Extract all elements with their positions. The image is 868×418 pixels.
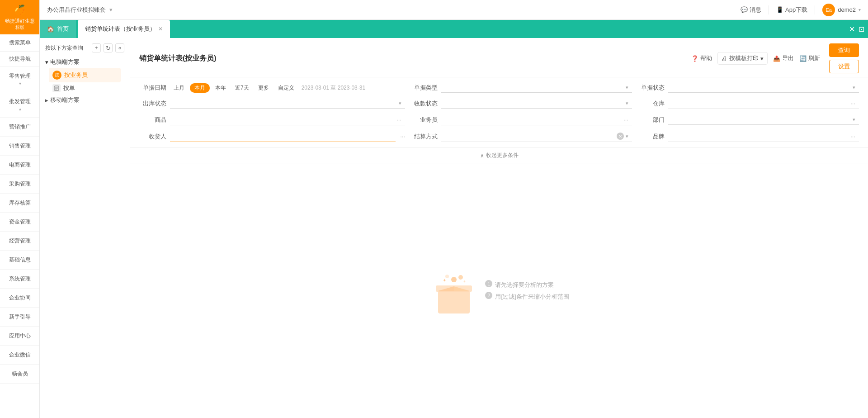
- sidebar-item-ecommerce[interactable]: 电商管理: [0, 156, 39, 175]
- payment-status-select[interactable]: ▾: [441, 99, 632, 109]
- home-icon: 🏠: [47, 26, 54, 33]
- brand-dots: ···: [850, 133, 855, 140]
- sidebar-item-operation[interactable]: 经营管理: [0, 232, 39, 251]
- refresh-button[interactable]: 🔄 刷新: [799, 54, 820, 62]
- scheme-item-by-salesperson[interactable]: 按 按业务员: [49, 68, 121, 82]
- filter-order-status-field: 单据状态 ▾: [637, 83, 859, 93]
- sidebar-item-appcenter[interactable]: 应用中心: [0, 327, 39, 346]
- username-label: demo2: [838, 6, 856, 13]
- sidebar-item-wholesale[interactable]: 批发管理 ▴: [0, 92, 39, 118]
- date-btn-prev-month[interactable]: 上月: [170, 83, 188, 93]
- svg-text:✦: ✦: [463, 280, 466, 284]
- date-btn-curr-year[interactable]: 本年: [212, 83, 230, 93]
- maximize-icon[interactable]: ⊡: [859, 25, 864, 33]
- query-button[interactable]: 查询: [829, 43, 859, 57]
- sidebar-item-inventory[interactable]: 库存核算: [0, 194, 39, 213]
- order-status-select[interactable]: ▾: [668, 83, 859, 93]
- date-btn-curr-month[interactable]: 本月: [190, 83, 210, 93]
- department-select[interactable]: ▾: [668, 115, 859, 125]
- empty-state: ✦ ✦ 1 请先选择要分析的方案 2 用[过滤]条件来缩小分析范围: [130, 163, 868, 418]
- user-avatar: Ea: [822, 4, 835, 16]
- sidebar-item-enterprise[interactable]: 企业协同: [0, 289, 39, 308]
- sidebar-item-member[interactable]: 畅会员: [0, 365, 39, 384]
- filter-row-4: 收货人 ··· 结算方式 ✕ ▾: [139, 131, 859, 142]
- mobile-arrow-icon: ▸: [45, 97, 48, 104]
- print-button[interactable]: 🖨 按模板打印 ▾: [717, 52, 768, 65]
- quicknav-label: 快捷导航: [0, 55, 39, 63]
- sidebar-item-retail[interactable]: 零售管理 ▾: [0, 67, 39, 92]
- order-type-select[interactable]: ▾: [441, 83, 632, 93]
- user-profile[interactable]: Ea demo2 ▾: [822, 4, 861, 16]
- setting-button[interactable]: 设置: [829, 60, 859, 73]
- collapse-panel-button[interactable]: «: [115, 43, 124, 52]
- date-btn-custom[interactable]: 自定义: [274, 83, 298, 93]
- product-label: 商品: [139, 116, 166, 124]
- step1-num: 1: [485, 280, 492, 287]
- app-download-button[interactable]: 📱 App下载: [776, 6, 807, 14]
- settlement-clear-icon[interactable]: ✕: [617, 133, 624, 140]
- warehouse-input[interactable]: ···: [668, 98, 859, 109]
- sidebar-logo[interactable]: 🍊 畅捷通好生意 标版: [0, 0, 39, 34]
- page-header: 销货单统计表(按业务员) ❓ 帮助 🖨 按模板打印 ▾ 📤 导出: [130, 38, 868, 77]
- sidebar-item-sales[interactable]: 销售管理: [0, 137, 39, 156]
- content-area: 按以下方案查询 + ↻ « ▾ 电脑端方案 按 按业务员: [40, 38, 868, 418]
- empty-illustration: ✦ ✦: [429, 268, 474, 314]
- date-btn-7days[interactable]: 近7天: [231, 83, 253, 93]
- warehouse-label: 仓库: [637, 100, 665, 108]
- sidebar-quicknav-item[interactable]: 快捷导航: [0, 52, 39, 67]
- pc-scheme-arrow-icon: ▾: [45, 59, 48, 66]
- export-button[interactable]: 📤 导出: [773, 54, 794, 62]
- collapse-conditions-button[interactable]: ∧ 收起更多条件: [130, 148, 868, 163]
- topbar-right: 💬 消息 📱 App下载 Ea demo2 ▾: [741, 4, 861, 16]
- pc-scheme-title[interactable]: ▾ 电脑端方案: [45, 56, 124, 68]
- filter-salesperson-field: 业务员 ···: [410, 114, 632, 125]
- filter-payment-status-field: 收款状态 ▾: [410, 99, 632, 109]
- tab-close-icon[interactable]: ✕: [158, 26, 163, 32]
- pc-scheme-group: ▾ 电脑端方案 按 按业务员 按单: [40, 56, 130, 94]
- member-label: 畅会员: [0, 370, 39, 378]
- appcenter-label: 应用中心: [0, 332, 39, 340]
- svg-rect-4: [438, 291, 470, 314]
- step1-text: 请先选择要分析的方案: [495, 279, 554, 291]
- message-button[interactable]: 💬 消息: [741, 6, 761, 14]
- tab-sales-stat[interactable]: 销货单统计表（按业务员） ✕: [78, 20, 170, 38]
- mobile-scheme-group[interactable]: ▸ 移动端方案: [40, 94, 130, 106]
- help-button[interactable]: ❓ 帮助: [691, 54, 712, 62]
- collapse-icon: ∧: [480, 152, 484, 159]
- tab-home[interactable]: 🏠 首页: [40, 20, 76, 38]
- stock-status-select[interactable]: ▾: [170, 99, 405, 109]
- tabbar-actions: ✕ ⊡: [849, 25, 868, 33]
- sidebar-item-wechat[interactable]: 企业微信: [0, 346, 39, 365]
- breadcrumb-arrow-icon[interactable]: ▾: [109, 6, 113, 13]
- warehouse-dots: ···: [850, 100, 855, 107]
- scheme-actions: + ↻ «: [92, 43, 124, 52]
- receiver-input[interactable]: [170, 131, 396, 142]
- sidebar-item-finance[interactable]: 资金管理: [0, 213, 39, 232]
- brand-input[interactable]: ···: [668, 131, 859, 142]
- sidebar-item-basic[interactable]: 基础信息: [0, 251, 39, 270]
- sidebar-search-item[interactable]: 搜索菜单: [0, 34, 39, 52]
- refresh-scheme-button[interactable]: ↻: [104, 43, 113, 52]
- search-menu-label: 搜索菜单: [0, 39, 39, 47]
- logo-icon: 🍊: [2, 4, 38, 18]
- scheme-item-by-order[interactable]: 按单: [49, 82, 121, 94]
- receiver-label: 收货人: [139, 133, 166, 141]
- minimize-icon[interactable]: ✕: [849, 25, 855, 33]
- sidebar-item-marketing[interactable]: 营销推广: [0, 118, 39, 137]
- date-btn-more[interactable]: 更多: [255, 83, 273, 93]
- sidebar-item-purchase[interactable]: 采购管理: [0, 175, 39, 194]
- ecommerce-label: 电商管理: [0, 161, 39, 169]
- product-input[interactable]: ···: [170, 114, 405, 125]
- topbar-left: 办公用品行业模拟账套 ▾: [47, 6, 113, 14]
- pc-scheme-label: 电脑端方案: [50, 58, 80, 66]
- sidebar-item-newguide[interactable]: 新手引导: [0, 308, 39, 327]
- add-scheme-button[interactable]: +: [92, 43, 101, 52]
- settlement-select[interactable]: ✕ ▾: [441, 131, 632, 142]
- sidebar-item-system[interactable]: 系统管理: [0, 270, 39, 289]
- export-label: 导出: [782, 54, 794, 62]
- wholesale-label: 批发管理: [0, 98, 39, 105]
- mobile-scheme-label: 移动端方案: [50, 96, 80, 104]
- salesperson-input[interactable]: ···: [441, 114, 632, 125]
- receiver-dots[interactable]: ···: [400, 133, 405, 140]
- app-download-icon: 📱: [776, 6, 783, 13]
